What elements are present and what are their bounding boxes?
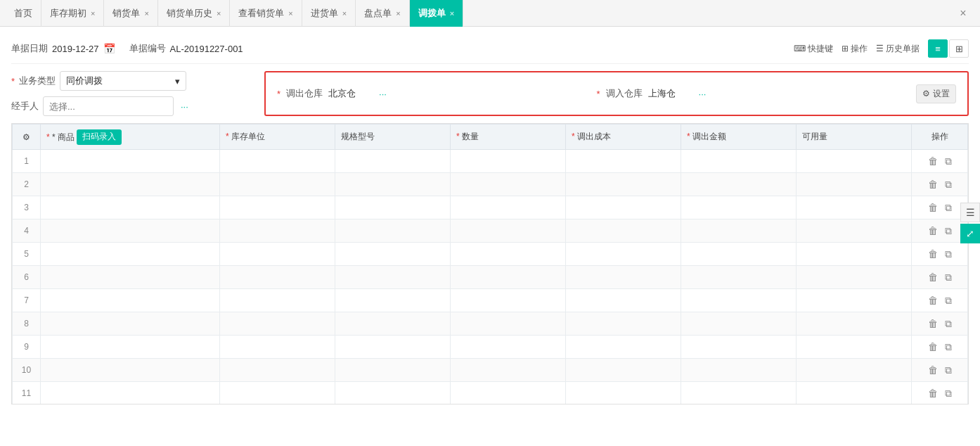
row-amount[interactable] [681, 336, 796, 359]
row-spec[interactable] [335, 196, 450, 219]
copy-row-icon[interactable]: ⧉ [943, 363, 953, 378]
float-expand-button[interactable]: ⤢ [960, 224, 980, 243]
tab-check-sales[interactable]: 查看销货单 × [230, 0, 302, 27]
row-product[interactable] [41, 382, 220, 405]
tab-inventory-count[interactable]: 盘点单 × [356, 0, 409, 27]
row-cost[interactable] [565, 266, 681, 289]
row-qty[interactable] [450, 173, 565, 196]
tab-sales-order-close[interactable]: × [144, 9, 148, 18]
copy-row-icon[interactable]: ⧉ [943, 386, 953, 401]
row-cost[interactable] [565, 336, 681, 359]
row-cost[interactable] [565, 359, 681, 382]
row-unit[interactable] [219, 382, 335, 405]
copy-row-icon[interactable]: ⧉ [943, 317, 953, 331]
row-product[interactable] [41, 243, 220, 266]
delete-row-icon[interactable]: 🗑 [927, 317, 939, 331]
row-amount[interactable] [681, 289, 796, 312]
th-gear[interactable]: ⚙ [13, 125, 41, 150]
tab-purchase-order[interactable]: 进货单 × [302, 0, 356, 27]
row-product[interactable] [41, 219, 220, 243]
delete-row-icon[interactable]: 🗑 [927, 386, 939, 400]
row-amount[interactable] [681, 173, 796, 196]
row-amount[interactable] [681, 382, 796, 405]
row-spec[interactable] [335, 336, 450, 359]
row-unit[interactable] [219, 219, 335, 243]
row-qty[interactable] [450, 312, 565, 336]
delete-row-icon[interactable]: 🗑 [927, 224, 939, 238]
float-list-button[interactable]: ☰ [960, 203, 980, 222]
row-amount[interactable] [681, 196, 796, 219]
row-qty[interactable] [450, 359, 565, 382]
row-spec[interactable] [335, 173, 450, 196]
copy-row-icon[interactable]: ⧉ [943, 293, 953, 308]
row-product[interactable] [41, 289, 220, 312]
row-spec[interactable] [335, 312, 450, 336]
transfer-in-value[interactable]: 上海仓 [648, 87, 690, 100]
settings-button[interactable]: ⚙ 设置 [916, 84, 956, 103]
delete-row-icon[interactable]: 🗑 [927, 340, 939, 354]
row-qty[interactable] [450, 150, 565, 173]
row-unit[interactable] [219, 359, 335, 382]
copy-row-icon[interactable]: ⧉ [943, 340, 953, 355]
row-available[interactable] [796, 266, 911, 289]
transfer-in-more-button[interactable]: ··· [696, 89, 709, 99]
scan-button[interactable]: 扫码录入 [77, 129, 122, 145]
layout-grid-button[interactable]: ⊞ [949, 39, 969, 58]
row-cost[interactable] [565, 289, 681, 312]
row-spec[interactable] [335, 359, 450, 382]
row-unit[interactable] [219, 173, 335, 196]
copy-row-icon[interactable]: ⧉ [943, 270, 953, 285]
row-amount[interactable] [681, 266, 796, 289]
row-cost[interactable] [565, 312, 681, 336]
copy-row-icon[interactable]: ⧉ [943, 177, 953, 192]
row-qty[interactable] [450, 382, 565, 405]
row-cost[interactable] [565, 150, 681, 173]
row-product[interactable] [41, 150, 220, 173]
delete-row-icon[interactable]: 🗑 [927, 247, 939, 261]
operations-button[interactable]: ⊞ 操作 [842, 43, 868, 55]
close-all-tabs-button[interactable]: × [952, 2, 974, 25]
row-unit[interactable] [219, 289, 335, 312]
row-cost[interactable] [565, 243, 681, 266]
transfer-out-more-button[interactable]: ··· [376, 89, 389, 99]
copy-row-icon[interactable]: ⧉ [943, 200, 953, 215]
copy-row-icon[interactable]: ⧉ [943, 224, 953, 238]
row-cost[interactable] [565, 382, 681, 405]
tab-check-sales-close[interactable]: × [288, 9, 292, 18]
row-available[interactable] [796, 359, 911, 382]
tab-sales-history-close[interactable]: × [217, 9, 221, 18]
row-amount[interactable] [681, 312, 796, 336]
row-available[interactable] [796, 382, 911, 405]
tab-purchase-order-close[interactable]: × [342, 9, 347, 18]
row-qty[interactable] [450, 196, 565, 219]
row-available[interactable] [796, 289, 911, 312]
row-qty[interactable] [450, 336, 565, 359]
row-spec[interactable] [335, 266, 450, 289]
tab-inventory-init-close[interactable]: × [91, 9, 95, 18]
row-cost[interactable] [565, 219, 681, 243]
copy-row-icon[interactable]: ⧉ [943, 154, 953, 169]
row-unit[interactable] [219, 243, 335, 266]
row-qty[interactable] [450, 243, 565, 266]
row-unit[interactable] [219, 312, 335, 336]
row-amount[interactable] [681, 359, 796, 382]
row-amount[interactable] [681, 150, 796, 173]
handler-input[interactable] [43, 96, 174, 116]
row-unit[interactable] [219, 196, 335, 219]
row-available[interactable] [796, 312, 911, 336]
row-spec[interactable] [335, 382, 450, 405]
tab-transfer-order-close[interactable]: × [450, 9, 454, 18]
row-available[interactable] [796, 173, 911, 196]
row-unit[interactable] [219, 336, 335, 359]
row-available[interactable] [796, 219, 911, 243]
tab-transfer-order[interactable]: 调拨单 × [410, 0, 463, 27]
row-amount[interactable] [681, 243, 796, 266]
row-unit[interactable] [219, 150, 335, 173]
calendar-icon[interactable]: 📅 [103, 43, 115, 54]
row-spec[interactable] [335, 289, 450, 312]
delete-row-icon[interactable]: 🗑 [927, 200, 939, 215]
row-product[interactable] [41, 359, 220, 382]
row-available[interactable] [796, 196, 911, 219]
handler-more-button[interactable]: ··· [178, 101, 191, 112]
row-spec[interactable] [335, 150, 450, 173]
